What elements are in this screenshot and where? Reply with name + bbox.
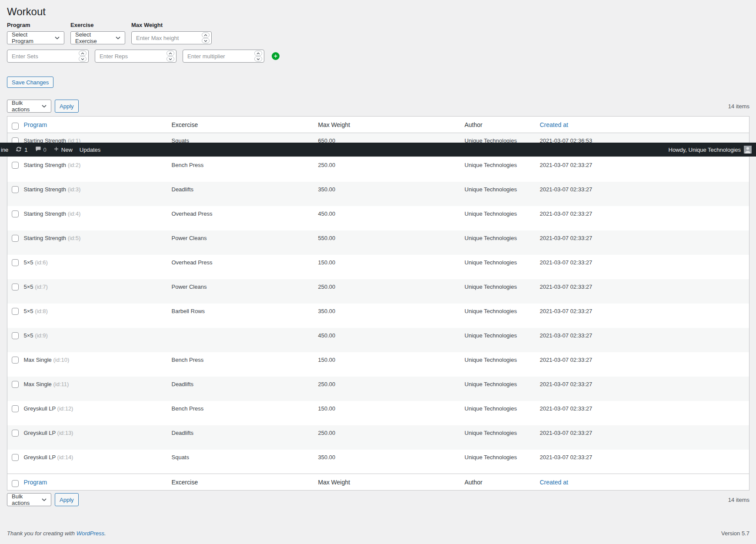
cell-program: Starting Strength (id:4) (20, 206, 167, 230)
avatar (744, 146, 752, 154)
exercise-select-value: Select Exercise (75, 31, 110, 44)
apply-button[interactable]: Apply (55, 493, 79, 506)
table-footer-header-row: Program Excercise Max Weight Author Crea… (7, 474, 749, 491)
bulk-actions-select[interactable]: Bulk actions (7, 100, 51, 113)
row-checkbox[interactable] (12, 430, 19, 437)
bulk-actions-select[interactable]: Bulk actions (7, 493, 51, 506)
comments-count: 0 (43, 147, 47, 153)
cell-exercise: Deadlifts (167, 182, 314, 206)
max-weight-input[interactable] (131, 31, 212, 44)
cell-created-at: 2021-03-07 02:33:27 (536, 206, 749, 230)
row-checkbox[interactable] (12, 308, 19, 315)
reps-input[interactable] (95, 50, 177, 63)
cell-created-at: 2021-03-07 02:33:27 (536, 182, 749, 206)
program-id: (id:9) (35, 332, 48, 339)
row-checkbox[interactable] (12, 357, 19, 364)
cell-program: Starting Strength (id:2) (20, 157, 167, 182)
program-id: (id:5) (68, 235, 81, 241)
save-changes-button[interactable]: Save Changes (7, 77, 53, 88)
cell-author: Unique Technologies (460, 425, 536, 450)
plus-icon (273, 53, 278, 60)
program-name: Starting Strength (24, 162, 67, 168)
row-checkbox[interactable] (12, 210, 19, 217)
row-checkbox[interactable] (12, 162, 19, 169)
row-checkbox[interactable] (12, 405, 19, 412)
column-header-program[interactable]: Program (20, 117, 167, 133)
column-header-author: Author (460, 117, 536, 133)
cell-exercise: Deadlifts (167, 377, 314, 401)
apply-button[interactable]: Apply (55, 100, 79, 113)
stepper-up-button[interactable] (167, 51, 174, 56)
chevron-down-icon (42, 105, 47, 108)
cell-max-weight: 350.00 (314, 182, 460, 206)
program-label: Program (7, 22, 64, 29)
cell-created-at: 2021-03-07 02:33:27 (536, 425, 749, 450)
cell-program: Greyskull LP (id:14) (20, 450, 167, 474)
column-header-author: Author (460, 474, 536, 491)
cell-created-at: 2021-03-07 02:33:27 (536, 450, 749, 474)
column-header-program[interactable]: Program (20, 474, 167, 491)
cell-max-weight: 350.00 (314, 304, 460, 328)
table-row: Starting Strength (id:4) Overhead Press … (7, 206, 749, 230)
cell-author: Unique Technologies (460, 328, 536, 352)
updates-menu[interactable]: 1 (12, 143, 31, 157)
table-row: 5×5 (id:7) Power Cleans 250.00 Unique Te… (7, 279, 749, 304)
program-name: Max Single (24, 381, 52, 387)
table-row: 5×5 (id:9) 450.00 Unique Technologies 20… (7, 328, 749, 352)
howdy-text: Howdy, Unique Technologies (669, 147, 741, 153)
row-checkbox[interactable] (12, 332, 19, 339)
update-icon (15, 146, 22, 154)
stepper-up-button[interactable] (254, 51, 262, 56)
row-checkbox[interactable] (12, 186, 19, 193)
cell-exercise: Power Cleans (167, 279, 314, 304)
select-all-checkbox[interactable] (12, 123, 19, 130)
program-select-value: Select Program (12, 31, 49, 44)
admin-footer: Thank you for creating with WordPress. V… (7, 530, 749, 537)
row-checkbox[interactable] (12, 381, 19, 388)
program-id: (id:11) (53, 381, 69, 387)
column-header-created-at[interactable]: Created at (536, 117, 749, 133)
cell-max-weight: 150.00 (314, 352, 460, 377)
cell-created-at: 2021-03-07 02:33:27 (536, 279, 749, 304)
multiplier-input[interactable] (183, 50, 264, 63)
exercise-select[interactable]: Select Exercise (70, 31, 125, 44)
items-count: 14 items (728, 103, 749, 110)
row-checkbox[interactable] (12, 284, 19, 290)
table-row: Starting Strength (id:2) Bench Press 250… (7, 157, 749, 182)
stepper-up-button[interactable] (202, 33, 210, 38)
cell-program: Starting Strength (id:3) (20, 182, 167, 206)
cell-exercise: Overhead Press (167, 255, 314, 279)
cell-exercise: Overhead Press (167, 206, 314, 230)
cell-created-at: 2021-03-07 02:33:27 (536, 230, 749, 255)
cell-program: Greyskull LP (id:12) (20, 401, 167, 425)
cell-author: Unique Technologies (460, 401, 536, 425)
program-id: (id:7) (35, 284, 48, 290)
add-entry-button[interactable] (272, 52, 280, 60)
sets-input[interactable] (7, 50, 89, 63)
cell-exercise: Bench Press (167, 352, 314, 377)
cell-created-at: 2021-03-07 02:33:27 (536, 304, 749, 328)
program-name: 5×5 (24, 284, 33, 290)
cell-created-at: 2021-03-07 02:33:27 (536, 401, 749, 425)
stepper-down-button[interactable] (79, 57, 87, 62)
stepper-down-button[interactable] (202, 38, 210, 43)
stepper-up-button[interactable] (79, 51, 87, 56)
site-name-fragment[interactable]: ine (1, 143, 12, 157)
program-select[interactable]: Select Program (7, 31, 64, 44)
comments-menu[interactable]: 0 (31, 143, 50, 157)
new-content-menu[interactable]: New (50, 143, 76, 157)
select-all-checkbox[interactable] (12, 480, 19, 487)
stepper-down-button[interactable] (254, 57, 262, 62)
stepper-down-button[interactable] (167, 57, 174, 62)
row-checkbox[interactable] (12, 235, 19, 242)
program-name: 5×5 (24, 259, 33, 266)
updates-link[interactable]: Updates (76, 143, 104, 157)
footer-thanks-text: Thank you for creating with WordPress. (7, 530, 106, 537)
row-checkbox[interactable] (12, 454, 19, 461)
row-checkbox[interactable] (12, 259, 19, 266)
table-row: Starting Strength (id:3) Deadlifts 350.0… (7, 182, 749, 206)
cell-author: Unique Technologies (460, 157, 536, 182)
wordpress-link[interactable]: WordPress (77, 530, 104, 537)
account-menu[interactable]: Howdy, Unique Technologies (669, 146, 752, 154)
column-header-created-at[interactable]: Created at (536, 474, 749, 491)
